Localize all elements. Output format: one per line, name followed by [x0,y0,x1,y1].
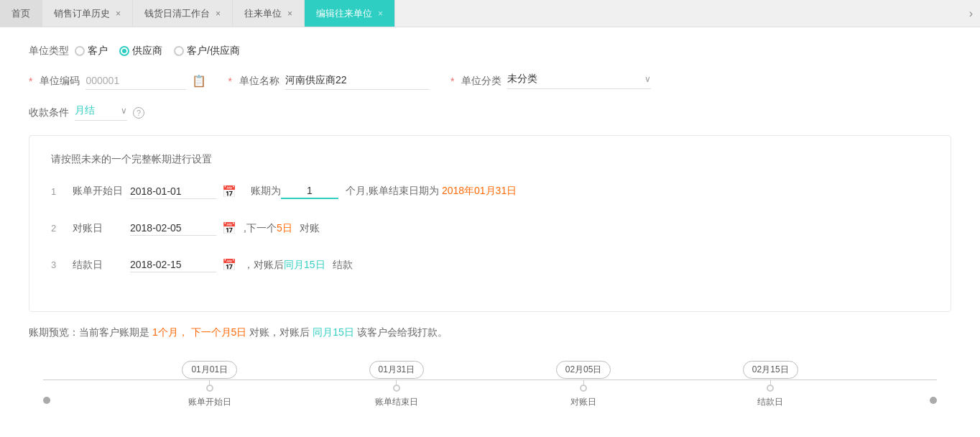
settings-row-3: 3 结款日 📅 ，对账后 同月15日 结款 [51,257,929,272]
payment-terms-label: 收款条件 [29,106,69,119]
row-3-suffix-pre: ，对账后 [244,259,284,272]
timeline-node-4: 02月15日 结款日 [743,361,798,408]
radio-customer-label: 客户 [88,45,108,58]
timeline-start-circle [43,397,50,404]
timeline-node-1-label: 账单开始日 [188,396,231,408]
row-3-number: 3 [51,259,73,270]
timeline-node-4-label: 结款日 [757,396,783,408]
row-2-suffix-pre: ,下一个 [244,222,277,235]
timeline-node-3-label: 对账日 [570,396,596,408]
unit-class-required: * [450,75,454,87]
tab-expand-button[interactable]: › [962,0,980,27]
timeline-node-2-label: 账单结束日 [375,396,418,408]
settings-box: 请按照未来的一个完整帐期进行设置 1 账单开始日 📅 账期为 个月,账单结束日期… [29,135,951,312]
row-3-date-input[interactable] [130,257,216,272]
preview-part3: 同月15日 [313,326,354,338]
payment-terms-help-icon[interactable]: ? [133,107,144,119]
unit-name-input[interactable] [285,72,429,90]
preview-suffix: 该客户会给我打款。 [357,326,448,338]
unit-code-input[interactable] [85,72,186,90]
timeline-node-1: 01月01日 账单开始日 [182,361,237,408]
unit-code-label: 单位编码 [40,75,80,88]
row-2-calendar-icon[interactable]: 📅 [222,221,236,235]
row-1-period-label: 账期为 [251,185,281,198]
row-3-calendar-icon[interactable]: 📅 [222,258,236,272]
row-1-number: 1 [51,186,73,197]
settings-row-1: 1 账单开始日 📅 账期为 个月,账单结束日期为 2018年01月31日 [51,183,929,199]
row-2-date-input[interactable] [130,221,216,236]
row-1-period-input[interactable] [281,183,338,199]
tab-cash-work-close[interactable]: × [216,9,221,19]
timeline-node-1-circle [206,385,213,392]
row-2-number: 2 [51,223,73,234]
timeline-node-1-pill: 01月01日 [182,361,237,379]
main-content: 单位类型 客户 供应商 客户/供应商 * 单位编码 [0,27,980,437]
row-1-period-unit: 个月,账单结束日期为 [346,185,439,198]
tab-cash-work-label: 钱货日清工作台 [144,7,210,20]
timeline-wrapper: 01月01日 账单开始日 01月31日 账单结束日 02月05日 对账日 [29,361,951,408]
preview-middle: 对账，对账后 [249,326,310,338]
payment-terms-select[interactable]: 月结 ∨ [75,104,127,121]
tab-cash-work[interactable]: 钱货日清工作台 × [133,0,233,27]
tab-sales-history[interactable]: 销售订单历史 × [42,0,133,27]
unit-code-calendar-icon[interactable]: 📋 [192,74,206,88]
payment-terms-row: 收款条件 月结 ∨ ? [29,104,951,121]
tab-edit-partner[interactable]: 编辑往来单位 × [305,0,395,27]
preview-part2: 下一个月5日 [191,326,247,338]
tab-partner-label: 往来单位 [244,7,282,20]
unit-class-value: 未分类 [507,73,639,86]
timeline-line [43,380,937,380]
tab-partner-close[interactable]: × [287,9,292,19]
tab-partner[interactable]: 往来单位 × [233,0,305,27]
tab-edit-partner-label: 编辑往来单位 [316,7,372,20]
radio-both-label: 客户/供应商 [187,45,240,58]
preview-section: 账期预览：当前客户账期是 1个月， 下一个月5日 对账，对账后 同月15日 该客… [29,326,951,339]
payment-terms-group: 收款条件 月结 ∨ ? [29,104,144,121]
radio-supplier-label: 供应商 [132,45,162,58]
timeline-node-4-pill: 02月15日 [743,361,798,379]
timeline-start-dot [43,382,50,408]
timeline-end-circle [930,397,937,404]
radio-both[interactable]: 客户/供应商 [174,45,240,58]
settings-row-2: 2 对账日 📅 ,下一个 5日 对账 [51,221,929,236]
payment-terms-chevron-icon: ∨ [121,106,127,116]
radio-both-circle [174,46,184,56]
unit-name-group: * 单位名称 [228,72,428,90]
timeline-nodes: 01月01日 账单开始日 01月31日 账单结束日 02月05日 对账日 [43,361,937,408]
tab-home[interactable]: 首页 [0,0,42,27]
unit-name-required: * [228,75,231,87]
radio-customer-circle [75,46,85,56]
unit-type-label: 单位类型 [29,45,69,58]
timeline-node-3: 02月05日 对账日 [556,361,611,408]
tab-bar: 首页 销售订单历史 × 钱货日清工作台 × 往来单位 × 编辑往来单位 × › [0,0,980,27]
row-1-end-date: 2018年01月31日 [442,185,517,198]
row-2-suffix-highlight: 5日 [277,222,292,235]
row-1-label: 账单开始日 [73,185,130,198]
timeline-node-2-circle [393,385,400,392]
radio-supplier-circle [119,46,129,56]
tab-sales-history-close[interactable]: × [116,9,121,19]
tab-sales-history-label: 销售订单历史 [54,7,110,20]
preview-prefix: 账期预览：当前客户账期是 [29,326,149,338]
tab-home-label: 首页 [11,7,30,20]
row-3-suffix-highlight: 同月15日 [284,259,325,272]
timeline-node-3-pill: 02月05日 [556,361,611,379]
radio-supplier[interactable]: 供应商 [119,45,162,58]
timeline-node-3-circle [580,385,587,392]
tab-edit-partner-close[interactable]: × [378,9,383,19]
unit-code-group: * 单位编码 📋 [29,72,206,90]
unit-info-row: * 单位编码 📋 * 单位名称 * 单位分类 未分类 ∨ [29,72,951,90]
timeline-end-dot [930,382,937,408]
row-2-label: 对账日 [73,222,130,235]
unit-classification-group: * 单位分类 未分类 ∨ [450,73,651,89]
row-1-date-input[interactable] [130,184,216,199]
timeline-node-4-circle [767,385,774,392]
row-1-calendar-icon[interactable]: 📅 [222,185,236,198]
row-2-suffix-post: 对账 [300,222,320,235]
radio-customer[interactable]: 客户 [75,45,108,58]
settings-title: 请按照未来的一个完整帐期进行设置 [51,153,929,166]
preview-part1: 1个月， [152,326,188,338]
unit-class-select[interactable]: 未分类 ∨ [507,73,651,89]
payment-terms-value: 月结 [75,104,118,117]
unit-class-label: 单位分类 [461,75,501,88]
